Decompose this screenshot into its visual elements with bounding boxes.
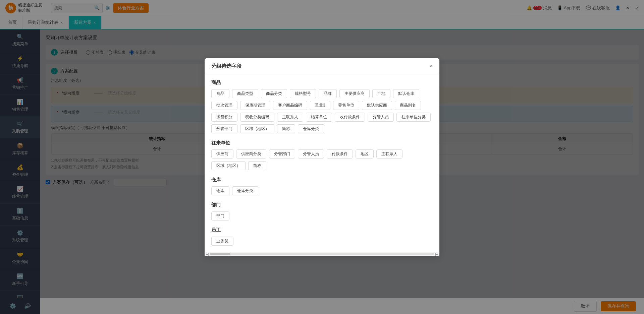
field-tag-0-18[interactable]: 结算单位 — [306, 113, 332, 122]
field-tag-4-0[interactable]: 业务员 — [211, 237, 233, 246]
field-tag-0-22[interactable]: 分管部门 — [211, 124, 237, 133]
field-tag-0-15[interactable]: 拣货积分 — [211, 113, 237, 122]
field-tag-0-23[interactable]: 区域（地区） — [240, 124, 274, 133]
field-tag-1-3[interactable]: 分管人员 — [298, 149, 324, 159]
field-tag-0-4[interactable]: 品牌 — [319, 89, 337, 98]
field-tag-1-4[interactable]: 付款条件 — [327, 149, 353, 159]
field-tag-2-0[interactable]: 仓库 — [211, 186, 229, 195]
field-tag-0-10[interactable]: 客户商品编码 — [273, 101, 307, 110]
field-tag-0-8[interactable]: 批次管理 — [211, 101, 237, 110]
field-tag-0-25[interactable]: 仓库分类 — [298, 124, 324, 133]
field-tag-1-0[interactable]: 供应商 — [211, 149, 233, 159]
field-tag-1-1[interactable]: 供应商分类 — [236, 149, 266, 159]
field-tag-0-2[interactable]: 商品分类 — [261, 89, 287, 98]
field-tag-1-5[interactable]: 地区 — [356, 149, 374, 159]
field-tag-0-7[interactable]: 默认仓库 — [393, 89, 419, 98]
field-tag-0-24[interactable]: 简称 — [277, 124, 295, 133]
field-tag-0-3[interactable]: 规格型号 — [290, 89, 316, 98]
modal-body[interactable]: 商品商品商品类型商品分类规格型号品牌主要供应商产地默认仓库批次管理保质期管理客户… — [205, 74, 439, 252]
field-tag-2-1[interactable]: 仓库分类 — [232, 186, 258, 195]
field-tags-4: 业务员 — [211, 237, 433, 246]
field-tag-1-6[interactable]: 主联系人 — [376, 149, 402, 159]
modal-header: 分组待选字段 × — [205, 58, 439, 74]
modal-horizontal-scrollbar[interactable]: ◀ ▶ — [205, 252, 439, 256]
field-tags-3: 部门 — [211, 211, 433, 221]
field-group-3: 部门部门 — [211, 202, 433, 221]
field-tag-3-0[interactable]: 部门 — [211, 211, 229, 221]
field-tag-0-13[interactable]: 默认供应商 — [362, 101, 392, 110]
field-group-2: 仓库仓库仓库分类 — [211, 177, 433, 195]
field-tag-0-17[interactable]: 主联系人 — [277, 113, 303, 122]
field-tag-1-8[interactable]: 简称 — [248, 161, 266, 170]
scroll-left-arrow[interactable]: ◀ — [206, 252, 209, 256]
scrollbar-thumb — [210, 253, 230, 255]
field-group-1: 往来单位供应商供应商分类分管部门分管人员付款条件地区主联系人区域（地区）简称 — [211, 140, 433, 170]
scrollbar-track — [210, 253, 434, 255]
field-tags-0: 商品商品类型商品分类规格型号品牌主要供应商产地默认仓库批次管理保质期管理客户商品… — [211, 89, 433, 133]
modal-overlay: 分组待选字段 × 商品商品商品类型商品分类规格型号品牌主要供应商产地默认仓库批次… — [0, 0, 644, 314]
field-group-title-0: 商品 — [211, 80, 433, 86]
field-group-title-3: 部门 — [211, 202, 433, 208]
field-tag-1-2[interactable]: 分管部门 — [269, 149, 295, 159]
field-group-4: 员工业务员 — [211, 227, 433, 246]
field-tag-1-7[interactable]: 区域（地区） — [211, 161, 246, 170]
field-tag-0-11[interactable]: 重量3 — [310, 101, 330, 110]
field-group-0: 商品商品商品类型商品分类规格型号品牌主要供应商产地默认仓库批次管理保质期管理客户… — [211, 80, 433, 133]
field-tag-0-20[interactable]: 分管人员 — [368, 113, 394, 122]
field-tags-2: 仓库仓库分类 — [211, 186, 433, 195]
modal-close-button[interactable]: × — [430, 63, 433, 69]
modal-dialog: 分组待选字段 × 商品商品商品类型商品分类规格型号品牌主要供应商产地默认仓库批次… — [205, 58, 439, 256]
field-tag-0-21[interactable]: 往来单位分类 — [396, 113, 431, 122]
field-tag-0-6[interactable]: 产地 — [372, 89, 390, 98]
field-tag-0-1[interactable]: 商品类型 — [232, 89, 258, 98]
field-group-title-1: 往来单位 — [211, 140, 433, 146]
field-tag-0-19[interactable]: 收付款条件 — [335, 113, 365, 122]
scroll-right-arrow[interactable]: ▶ — [435, 252, 438, 256]
field-tag-0-14[interactable]: 商品别名 — [395, 101, 421, 110]
field-group-title-4: 员工 — [211, 227, 433, 233]
field-tag-0-16[interactable]: 税收分类编码 — [240, 113, 274, 122]
field-tag-0-0[interactable]: 商品 — [211, 89, 229, 98]
field-tag-0-12[interactable]: 零售单位 — [333, 101, 359, 110]
field-tag-0-5[interactable]: 主要供应商 — [339, 89, 370, 98]
field-group-title-2: 仓库 — [211, 177, 433, 183]
field-tags-1: 供应商供应商分类分管部门分管人员付款条件地区主联系人区域（地区）简称 — [211, 149, 433, 170]
modal-title: 分组待选字段 — [211, 63, 241, 69]
field-tag-0-9[interactable]: 保质期管理 — [240, 101, 270, 110]
